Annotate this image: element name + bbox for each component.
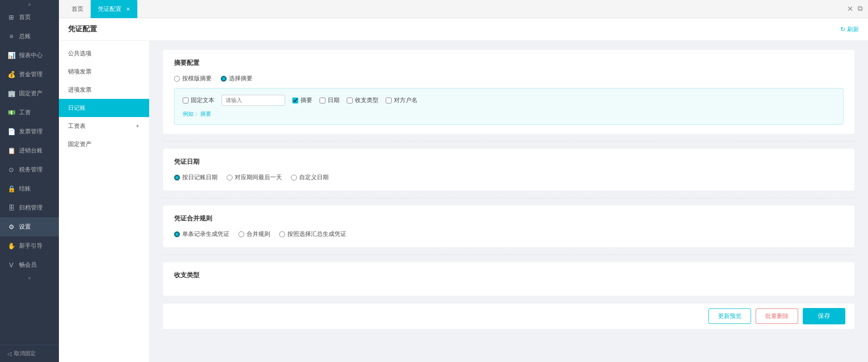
sidebar-item-payroll[interactable]: 💵 工资 xyxy=(0,103,59,122)
select-summary-label: 按照选择汇总生成凭证 xyxy=(287,230,346,238)
merge-rules-section: 凭证合并规则 单条记录生成凭证 合并规则 按照选择汇总生成凭证 xyxy=(163,205,854,247)
custom-date-radio[interactable] xyxy=(291,175,297,181)
sidebar-item-purchase-sales[interactable]: 📋 进销台账 xyxy=(0,141,59,160)
page-title: 凭证配置 xyxy=(68,24,97,34)
refresh-label: 刷新 xyxy=(847,25,859,34)
sidebar-item-guide[interactable]: ✋ 新手引导 xyxy=(0,236,59,255)
sidebar-item-archive-label: 归档管理 xyxy=(19,204,43,212)
select-summary-option[interactable]: 按照选择汇总生成凭证 xyxy=(279,230,346,238)
close-period-icon: 🔒 xyxy=(7,185,15,192)
voucher-date-radio-group: 按日记账日期 对应期间最后一天 自定义日期 xyxy=(174,173,844,181)
archive-icon: 🗄 xyxy=(7,204,15,211)
sidebar-scroll-up[interactable]: ▲ xyxy=(0,0,59,8)
counterpart-checkbox-item[interactable]: 对方户名 xyxy=(386,96,417,104)
left-nav-payroll-table[interactable]: 工资表 ▼ xyxy=(59,117,149,135)
left-nav-sales-invoice[interactable]: 销项发票 xyxy=(59,63,149,81)
sidebar-item-invoice-mgmt-label: 发票管理 xyxy=(19,127,43,136)
sidebar-item-payroll-label: 工资 xyxy=(19,108,31,117)
right-content: 摘要配置 按模版摘要 选择摘要 固定文本 xyxy=(150,41,868,362)
single-record-radio[interactable] xyxy=(174,231,180,237)
left-nav-public-label: 公共选项 xyxy=(68,49,92,58)
fixed-text-checkbox[interactable] xyxy=(183,98,189,103)
tab-maximize-icon[interactable]: ⧉ xyxy=(858,5,863,13)
sidebar-item-tax[interactable]: ⊙ 税务管理 xyxy=(0,160,59,179)
page-header: 凭证配置 ↻ 刷新 xyxy=(59,18,868,41)
abstract-checkbox[interactable] xyxy=(292,98,298,103)
fixed-text-label: 固定文本 xyxy=(191,96,214,104)
summary-choose-option[interactable]: 选择摘要 xyxy=(221,74,252,83)
by-journal-date-option[interactable]: 按日记账日期 xyxy=(174,173,218,181)
sidebar-item-settings[interactable]: ⚙ 设置 xyxy=(0,217,59,236)
custom-date-option[interactable]: 自定义日期 xyxy=(291,173,329,181)
merge-rules-radio[interactable] xyxy=(238,231,244,237)
guide-icon: ✋ xyxy=(7,242,15,249)
sidebar-item-settings-label: 设置 xyxy=(19,223,31,231)
sidebar-item-assets-label: 固定资产 xyxy=(19,89,43,98)
sidebar-item-home[interactable]: ⊞ 首页 xyxy=(0,8,59,27)
sidebar-item-ledger-label: 总账 xyxy=(19,32,31,40)
left-nav-fixed-assets[interactable]: 固定资产 xyxy=(59,135,149,153)
update-preview-button[interactable]: 更新预览 xyxy=(708,308,751,324)
fixed-text-checkbox-item[interactable]: 固定文本 xyxy=(183,96,214,104)
summary-template-option[interactable]: 按模版摘要 xyxy=(174,74,212,83)
tab-restore-icon[interactable]: ✕ xyxy=(847,5,853,13)
example-label: 例如： xyxy=(183,111,199,117)
sidebar-item-close[interactable]: 🔒 结账 xyxy=(0,179,59,198)
date-checkbox[interactable] xyxy=(320,98,325,103)
single-record-label: 单条记录生成凭证 xyxy=(182,230,229,238)
counterpart-checkbox[interactable] xyxy=(386,98,392,103)
sidebar-item-ledger[interactable]: ≡ 总账 xyxy=(0,27,59,46)
purchase-sales-icon: 📋 xyxy=(7,147,15,154)
sidebar-item-assets[interactable]: 🏢 固定资产 xyxy=(0,84,59,103)
tabbar: 首页 凭证配置 ✕ ✕ ⧉ xyxy=(59,0,868,18)
summary-config-section: 摘要配置 按模版摘要 选择摘要 固定文本 xyxy=(163,50,854,134)
last-period-day-radio[interactable] xyxy=(227,175,233,181)
save-button[interactable]: 保存 xyxy=(803,308,845,324)
sidebar-scroll-down[interactable]: ▼ xyxy=(0,274,59,282)
income-type-checkbox[interactable] xyxy=(347,98,353,103)
sidebar-item-vip[interactable]: V 畅会员 xyxy=(0,255,59,274)
tab-home[interactable]: 首页 xyxy=(64,0,91,18)
sidebar-item-funds[interactable]: 💰 资金管理 xyxy=(0,65,59,84)
summary-template-radio[interactable] xyxy=(174,76,180,82)
by-journal-date-radio[interactable] xyxy=(174,175,180,181)
single-record-option[interactable]: 单条记录生成凭证 xyxy=(174,230,229,238)
voucher-date-section: 凭证日期 按日记账日期 对应期间最后一天 自定义日期 xyxy=(163,149,854,191)
sidebar-item-funds-label: 资金管理 xyxy=(19,70,43,78)
left-nav-public[interactable]: 公共选项 xyxy=(59,44,149,63)
invoice-mgmt-icon: 📄 xyxy=(7,128,15,135)
tab-home-label: 首页 xyxy=(72,5,83,12)
cancel-fixed-label: 取消固定 xyxy=(14,350,36,357)
abstract-checkbox-item[interactable]: 摘要 xyxy=(292,96,312,104)
left-nav: 公共选项 销项发票 进项发票 日记账 工资表 ▼ 固定资产 xyxy=(59,41,150,362)
batch-delete-button[interactable]: 批量删除 xyxy=(756,308,798,324)
summary-example: 例如： 摘要 xyxy=(183,110,835,118)
sidebar-item-reports[interactable]: 📊 报表中心 xyxy=(0,46,59,65)
sidebar-item-tax-label: 税务管理 xyxy=(19,166,43,174)
sidebar-item-archive[interactable]: 🗄 归档管理 xyxy=(0,198,59,217)
summary-config-title: 摘要配置 xyxy=(174,59,844,67)
summary-template-label: 按模版摘要 xyxy=(182,74,212,83)
sidebar-item-invoice-mgmt[interactable]: 📄 发票管理 xyxy=(0,122,59,141)
ledger-icon: ≡ xyxy=(7,33,15,40)
sidebar-item-vip-label: 畅会员 xyxy=(19,261,37,269)
left-nav-purchase-invoice[interactable]: 进项发票 xyxy=(59,81,149,99)
summary-choose-radio[interactable] xyxy=(221,76,227,82)
settings-icon: ⚙ xyxy=(7,223,15,230)
tab-voucher-config[interactable]: 凭证配置 ✕ xyxy=(91,0,137,18)
main-content: 首页 凭证配置 ✕ ✕ ⧉ 凭证配置 ↻ 刷新 公共选项 销项发票 进项 xyxy=(59,0,868,362)
left-nav-journal-label: 日记账 xyxy=(68,104,86,112)
income-type-checkbox-item[interactable]: 收支类型 xyxy=(347,96,378,104)
select-summary-radio[interactable] xyxy=(279,231,285,237)
left-nav-journal[interactable]: 日记账 xyxy=(59,99,149,117)
left-nav-fixed-assets-label: 固定资产 xyxy=(68,140,92,148)
refresh-button[interactable]: ↻ 刷新 xyxy=(840,25,859,34)
reports-icon: 📊 xyxy=(7,52,15,59)
fixed-text-input[interactable] xyxy=(222,95,285,106)
last-period-day-option[interactable]: 对应期间最后一天 xyxy=(227,173,282,181)
date-checkbox-item[interactable]: 日期 xyxy=(320,96,339,104)
cancel-fixed-button[interactable]: ◁ 取消固定 xyxy=(0,345,59,362)
tab-close-icon[interactable]: ✕ xyxy=(126,6,130,12)
merge-rules-option[interactable]: 合并规则 xyxy=(238,230,270,238)
merge-rules-label: 合并规则 xyxy=(247,230,270,238)
